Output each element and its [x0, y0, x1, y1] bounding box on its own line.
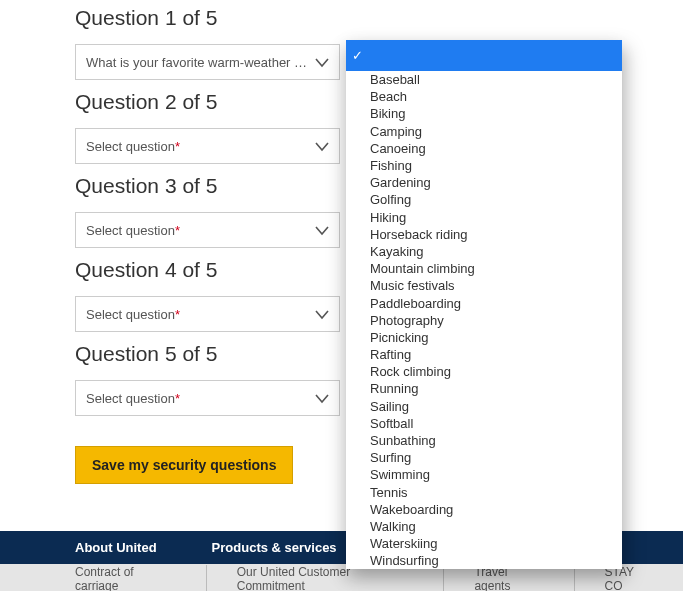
- question-select-text: Select question*: [86, 307, 313, 322]
- dropdown-option-label: Golfing: [370, 192, 411, 207]
- question-select[interactable]: What is your favorite warm-weather ac...: [75, 44, 340, 80]
- dropdown-option[interactable]: Rock climbing: [346, 363, 622, 380]
- dropdown-option[interactable]: Beach: [346, 88, 622, 105]
- dropdown-option-label: Walking: [370, 519, 416, 534]
- dropdown-option-label: Hiking: [370, 210, 406, 225]
- dropdown-option[interactable]: Picnicking: [346, 329, 622, 346]
- dropdown-option-label: Windsurfing: [370, 553, 439, 568]
- question-select-text: What is your favorite warm-weather ac...: [86, 55, 313, 70]
- dropdown-option-label: Wakeboarding: [370, 502, 453, 517]
- dropdown-option-label: Mountain climbing: [370, 261, 475, 276]
- dropdown-option[interactable]: Rafting: [346, 346, 622, 363]
- dropdown-option[interactable]: Tennis: [346, 484, 622, 501]
- chevron-down-icon: [313, 53, 331, 71]
- dropdown-option-label: Music festivals: [370, 278, 455, 293]
- dropdown-option[interactable]: Fishing: [346, 157, 622, 174]
- required-asterisk: *: [175, 223, 180, 238]
- question-select-text: Select question*: [86, 139, 313, 154]
- dropdown-option[interactable]: Walking: [346, 518, 622, 535]
- dropdown-option[interactable]: Waterskiing: [346, 535, 622, 552]
- dropdown-option[interactable]: Photography: [346, 312, 622, 329]
- dropdown-option[interactable]: Mountain climbing: [346, 260, 622, 277]
- dropdown-option[interactable]: Baseball: [346, 71, 622, 88]
- dropdown-option-label: Biking: [370, 106, 405, 121]
- dropdown-option[interactable]: Canoeing: [346, 140, 622, 157]
- dropdown-option-label: Running: [370, 381, 418, 396]
- dropdown-option[interactable]: Running: [346, 380, 622, 397]
- dropdown-option[interactable]: Hiking: [346, 209, 622, 226]
- dropdown-option[interactable]: Gardening: [346, 174, 622, 191]
- question-select[interactable]: Select question*: [75, 212, 340, 248]
- dropdown-option-label: Rafting: [370, 347, 411, 362]
- dropdown-option[interactable]: Surfing: [346, 449, 622, 466]
- question-heading: Question 1 of 5: [75, 6, 683, 30]
- chevron-down-icon: [313, 137, 331, 155]
- footer-nav-link-0[interactable]: About United: [75, 540, 157, 555]
- dropdown-option[interactable]: Golfing: [346, 191, 622, 208]
- dropdown-option[interactable]: Sailing: [346, 398, 622, 415]
- dropdown-option[interactable]: Sunbathing: [346, 432, 622, 449]
- dropdown-option-label: Canoeing: [370, 141, 426, 156]
- required-asterisk: *: [175, 307, 180, 322]
- dropdown-option[interactable]: Camping: [346, 123, 622, 140]
- dropdown-option-label: Camping: [370, 124, 422, 139]
- footer-nav-link-1[interactable]: Products & services: [212, 540, 337, 555]
- dropdown-option-label: Picnicking: [370, 330, 429, 345]
- dropdown-option-label: Surfing: [370, 450, 411, 465]
- question-select[interactable]: Select question*: [75, 128, 340, 164]
- chevron-down-icon: [313, 305, 331, 323]
- dropdown-option-label: Softball: [370, 416, 413, 431]
- required-asterisk: *: [175, 391, 180, 406]
- dropdown-option-blank[interactable]: ✓: [346, 40, 622, 71]
- dropdown-option[interactable]: Paddleboarding: [346, 294, 622, 311]
- question-select-text: Select question*: [86, 223, 313, 238]
- dropdown-option[interactable]: Music festivals: [346, 277, 622, 294]
- question-select[interactable]: Select question*: [75, 380, 340, 416]
- dropdown-option[interactable]: Windsurfing: [346, 552, 622, 569]
- save-button[interactable]: Save my security questions: [75, 446, 293, 484]
- dropdown-option-label: Sailing: [370, 399, 409, 414]
- chevron-down-icon: [313, 221, 331, 239]
- dropdown-option-label: Kayaking: [370, 244, 423, 259]
- answer-dropdown[interactable]: ✓BaseballBeachBikingCampingCanoeingFishi…: [346, 40, 622, 569]
- dropdown-option[interactable]: Wakeboarding: [346, 501, 622, 518]
- dropdown-option-label: Fishing: [370, 158, 412, 173]
- dropdown-option-label: Paddleboarding: [370, 296, 461, 311]
- dropdown-option-label: Photography: [370, 313, 444, 328]
- dropdown-option-label: Swimming: [370, 467, 430, 482]
- dropdown-option[interactable]: Biking: [346, 105, 622, 122]
- check-icon: ✓: [352, 48, 363, 63]
- dropdown-option-label: Beach: [370, 89, 407, 104]
- dropdown-option-label: Horseback riding: [370, 227, 468, 242]
- dropdown-option-label: Baseball: [370, 72, 420, 87]
- dropdown-option[interactable]: Horseback riding: [346, 226, 622, 243]
- dropdown-option-label: Tennis: [370, 485, 408, 500]
- question-select-text: Select question*: [86, 391, 313, 406]
- required-asterisk: *: [175, 139, 180, 154]
- question-select[interactable]: Select question*: [75, 296, 340, 332]
- dropdown-option[interactable]: Swimming: [346, 466, 622, 483]
- dropdown-option[interactable]: Softball: [346, 415, 622, 432]
- dropdown-option-label: Rock climbing: [370, 364, 451, 379]
- dropdown-option-label: Sunbathing: [370, 433, 436, 448]
- dropdown-option-label: Gardening: [370, 175, 431, 190]
- chevron-down-icon: [313, 389, 331, 407]
- dropdown-option[interactable]: Kayaking: [346, 243, 622, 260]
- footer-link-0[interactable]: Contract of carriage: [75, 565, 207, 591]
- dropdown-option-label: Waterskiing: [370, 536, 437, 551]
